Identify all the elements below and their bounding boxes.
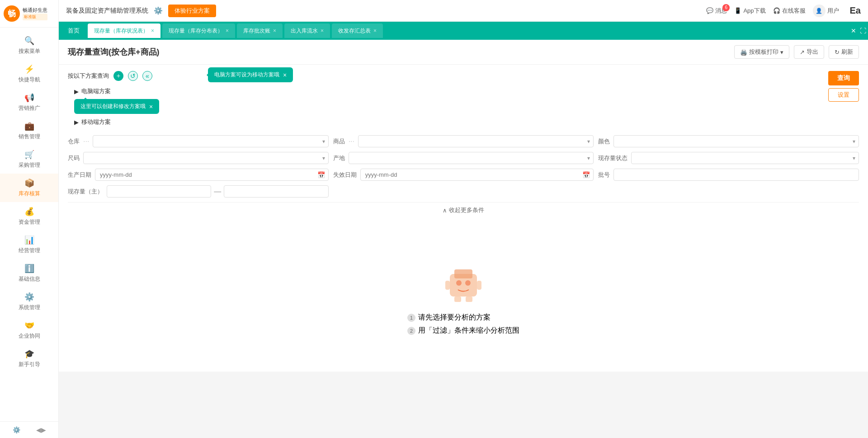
scheme-item-desktop[interactable]: ▶ 电脑端方案 [74,85,859,97]
refresh-button[interactable]: ↻ 刷新 [829,45,859,59]
batch-input[interactable] [613,169,859,181]
guide-icon: 🎓 [24,349,34,359]
operation-icon: 📊 [24,235,34,245]
sidebar-item-shortcut[interactable]: ⚡ 快捷导航 [0,60,58,88]
collapse-bar[interactable]: ∧ 收起更多条件 [68,202,859,218]
settings-bottom-icon[interactable]: ⚙️ [13,426,20,433]
sidebar-item-finance[interactable]: 💰 资金管理 [0,202,58,231]
filter-warehouse: 仓库 ··· ▾ [68,135,329,147]
sidebar-label-system: 系统管理 [19,304,40,311]
collapse-sidebar-icon[interactable]: ◀▶ [36,426,46,433]
tab-close-summary[interactable]: × [373,28,377,34]
stock-main-to[interactable] [224,185,328,198]
sidebar-item-inventory[interactable]: 📦 库存核算 [0,174,58,202]
filter-expire-date: 失效日期 📅 [333,169,594,181]
filter-product: 商品 ··· ▾ [333,135,594,147]
trial-button[interactable]: 体验行业方案 [168,5,216,17]
warehouse-select[interactable] [93,135,328,147]
origin-select[interactable] [349,152,594,164]
scheme-arrow-mobile: ▶ [74,119,79,126]
filter-origin: 产地 ▾ [333,152,594,164]
sidebar-item-purchase[interactable]: 🛒 采购管理 [0,145,58,174]
message-badge: 6 [722,4,730,11]
user-action[interactable]: 👤 用户 [813,5,839,17]
expire-date-calendar-icon[interactable]: 📅 [582,171,590,179]
size-select[interactable] [83,152,329,164]
sidebar-item-collab[interactable]: 🤝 企业协同 [0,316,58,344]
refresh-scheme-button[interactable]: ↺ [128,71,138,81]
sidebar-label-guide: 新手引导 [19,361,40,368]
filter-row-1: 仓库 ··· ▾ 商品 ··· ▾ [68,135,859,147]
export-button[interactable]: ↗ 导出 [794,45,824,59]
sidebar-label-search: 搜索菜单 [19,47,40,55]
filter-row-4: 现存量（主） — [68,185,859,198]
tab-close-all-icon[interactable]: ✕ [851,27,856,34]
produce-date-input[interactable] [95,169,329,181]
sidebar-item-operation[interactable]: 📊 经营管理 [0,231,58,259]
tooltip2-close[interactable]: × [149,103,153,110]
sidebar-nav: 🔍 搜索菜单 ⚡ 快捷导航 📢 营销推广 💼 销售管理 🛒 采购管理 📦 库存核… [0,28,58,421]
purchase-icon: 🛒 [24,150,34,160]
tab-summary[interactable]: 收发存汇总表 × [332,24,383,38]
filter-row-3: 生产日期 📅 失效日期 📅 [68,169,859,181]
product-label: 商品 [333,137,345,146]
color-select[interactable] [613,135,859,147]
tab-inventory-dist[interactable]: 现存量（库存分布表） × [162,24,235,38]
expire-date-input[interactable] [360,169,594,181]
sidebar-item-system[interactable]: ⚙️ 系统管理 [0,287,58,316]
filter-color: 颜色 ▾ [598,135,859,147]
basic-icon: ℹ️ [24,264,34,273]
tab-bar-right: ✕ ⛶ [851,27,866,34]
origin-select-wrapper: ▾ [349,152,594,164]
tab-fullscreen-icon[interactable]: ⛶ [860,27,866,34]
tab-inventory-status[interactable]: 现存量（库存状况表） × [88,24,160,38]
query-button[interactable]: 查询 [828,71,859,85]
refresh-icon: ↻ [835,49,840,56]
product-select[interactable] [358,135,594,147]
product-select-wrapper: ▾ [358,135,594,147]
app-download-action[interactable]: 📱 App下载 [734,7,765,15]
tab-close-inventory-status[interactable]: × [151,28,154,34]
tab-inventory-dist-label: 现存量（库存分布表） [169,27,223,35]
online-support-action[interactable]: 🎧 在线客服 [773,7,806,15]
filter-produce-date: 生产日期 📅 [68,169,329,181]
produce-date-calendar-icon[interactable]: 📅 [317,171,325,179]
scheme-item-mobile[interactable]: ▶ 移动端方案 [74,116,859,128]
stock-status-select-wrapper: ▾ [631,152,859,164]
sidebar-item-sales[interactable]: 💼 销售管理 [0,117,58,145]
sidebar-item-marketing[interactable]: 📢 营销推广 [0,88,58,117]
empty-illustration [441,260,486,306]
print-button[interactable]: 🖨️ 按模板打印 ▾ [734,45,789,59]
stock-status-select[interactable] [631,152,859,164]
settings-gear-icon[interactable]: ⚙️ [154,6,163,15]
tab-batch-label: 库存批次账 [243,27,270,35]
tooltip2-text: 这里可以创建和修改方案哦 [80,103,146,110]
tab-close-inventory-dist[interactable]: × [226,28,229,34]
settings-filter-button[interactable]: 设置 [828,88,859,102]
size-label: 尺码 [68,154,80,162]
tab-close-batch[interactable]: × [273,28,276,34]
logo-tag: 标准版 [23,14,47,20]
export-label: 导出 [807,48,818,56]
sidebar-item-basic[interactable]: ℹ️ 基础信息 [0,259,58,287]
tooltip1-close[interactable]: × [283,71,287,79]
sidebar-item-guide[interactable]: 🎓 新手引导 [0,344,58,373]
scheme-list: ▶ 电脑端方案 这里可以创建和修改方案哦 × ▶ 移动端方案 [74,85,859,128]
print-chevron-icon: ▾ [780,49,783,56]
tab-bar: 首页 现存量（库存状况表） × 现存量（库存分布表） × 库存批次账 × 出入库… [59,22,868,40]
print-icon: 🖨️ [740,49,747,56]
prev-scheme-button[interactable]: « [142,71,152,81]
svg-rect-4 [445,281,450,290]
sidebar-label-shortcut: 快捷导航 [19,76,40,84]
message-action[interactable]: 💬 6 消息 [706,7,727,15]
add-scheme-button[interactable]: ＋ [113,71,123,81]
sidebar-item-search[interactable]: 🔍 搜索菜单 [0,31,58,60]
main-area: 装备及固定资产辅助管理系统 ⚙️ 体验行业方案 💬 6 消息 📱 App下载 🎧… [59,0,868,438]
tab-flow[interactable]: 出入库流水 × [284,24,330,38]
stock-main-from[interactable] [107,185,211,198]
tab-close-flow[interactable]: × [321,28,324,34]
tab-home[interactable]: 首页 [61,22,87,40]
tab-batch[interactable]: 库存批次账 × [237,24,283,38]
filter-size: 尺码 ▾ [68,152,329,164]
batch-label: 批号 [598,171,610,179]
